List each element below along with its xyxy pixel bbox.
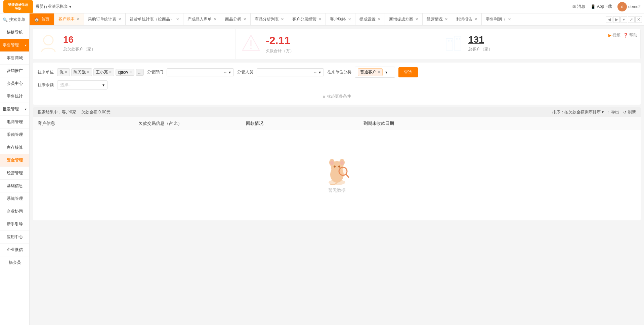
balance-dropdown[interactable]: 选择... ▾ [57, 80, 108, 89]
workspace-selector[interactable]: 母婴行业演示帐套 ▾ [36, 4, 71, 9]
video-btn[interactable]: ▶ 视频 [608, 32, 620, 38]
sidebar-item-member-center[interactable]: 会员中心 [0, 77, 29, 90]
tab-commission[interactable]: 提成设置 ✕ [355, 13, 385, 26]
tag-close-normal[interactable]: ✕ [377, 70, 380, 74]
unit-filter-tags: 仇 ✕ 陈民强 ✕ 王小亮 ✕ cjttcw ✕ [57, 68, 144, 76]
tab-retail-profit[interactable]: 零售利润（ ✕ [482, 13, 515, 26]
sidebar-item-wholesale-mgmt[interactable]: 批发管理 ▾ [0, 103, 29, 116]
stats-row: 16 总欠款客户（家） -2.11 欠款合 [33, 29, 641, 59]
tab-close-btn[interactable]: ✕ [118, 17, 121, 22]
tag-close-cjttcw[interactable]: ✕ [129, 70, 132, 74]
tab-close-btn[interactable]: ✕ [243, 17, 246, 22]
search-button[interactable]: 查询 [398, 67, 418, 77]
sidebar-item-quick-nav[interactable]: 快捷导航 [0, 26, 29, 39]
tab-next-btn[interactable]: ▶ [613, 16, 620, 23]
sidebar-item-label: 零售商城 [7, 56, 23, 60]
help-label: 帮助 [629, 32, 637, 38]
chevron-down-icon: ▾ [229, 70, 231, 75]
tab-product-analysis[interactable]: 商品分析 ✕ [221, 13, 251, 26]
tab-close-btn[interactable]: ✕ [214, 17, 217, 22]
person-dropdown[interactable]: ··· ▾ [257, 68, 324, 76]
tab-label: 新增提成方案 [389, 16, 413, 22]
tab-inbound-stats[interactable]: 进货单统计表（按商品） ✕ [126, 13, 183, 26]
tab-expand-btn[interactable]: ⤢ [628, 16, 635, 23]
tab-close-btn[interactable]: ✕ [77, 17, 80, 21]
help-btn[interactable]: ❓ 帮助 [623, 32, 637, 38]
tab-customer-accounts[interactable]: 客户账本 ✕ [54, 13, 84, 26]
tab-production[interactable]: 产成品入库单 ✕ [183, 13, 221, 26]
tab-prev-btn[interactable]: ◀ [606, 16, 612, 23]
sort-label: 排序：按欠款金额倒序排序 ▾ [552, 109, 604, 115]
sidebar-item-label: 企业协同 [7, 209, 23, 214]
tab-new-commission[interactable]: 新增提成方案 ✕ [385, 13, 423, 26]
collapse-btn[interactable]: ∧ 收起更多条件 [321, 92, 352, 101]
sidebar-item-ecommerce[interactable]: 电商管理 [0, 116, 29, 129]
sidebar-item-label: 电商管理 [7, 119, 23, 124]
sidebar-item-app-center[interactable]: 应用中心 [0, 231, 29, 244]
chevron-down-icon: ▾ [69, 4, 71, 9]
sidebar-item-label: 资金管理 [7, 158, 23, 162]
tab-close-btn[interactable]: ✕ [281, 17, 284, 22]
person-more-icon: ··· [314, 70, 317, 75]
more-tags-btn[interactable]: ... [136, 69, 144, 76]
unit-category-label: 往来单位分类 [327, 69, 351, 75]
tab-customer-contact[interactable]: 客户联络 ✕ [326, 13, 355, 26]
app-download-btn[interactable]: 📱 App下载 [591, 4, 612, 9]
tab-home[interactable]: 🏠 首页 [30, 13, 54, 26]
tab-close-btn[interactable]: ✕ [348, 17, 351, 22]
tab-label: 客户分层经营 [292, 16, 316, 22]
tab-label: 产成品入库单 [187, 16, 212, 22]
tab-close-btn[interactable]: ✕ [474, 17, 477, 22]
sidebar-item-purchase[interactable]: 采购管理 [0, 129, 29, 141]
main-layout: 🔍 搜索菜单 快捷导航 零售管理 ▾ 零售商城 营销推广 会员中心 零售统计 批… [0, 13, 644, 325]
svg-point-0 [44, 36, 53, 45]
sidebar-item-pro-member[interactable]: 畅会员 [0, 256, 29, 269]
tab-close-btn[interactable]: ✕ [445, 17, 448, 22]
sidebar-search[interactable]: 🔍 搜索菜单 [0, 13, 29, 26]
message-btn[interactable]: ✉ 消息 [572, 4, 585, 9]
dept-dropdown[interactable]: ··· ▾ [167, 68, 234, 76]
dept-filter-label: 分管部门 [147, 69, 163, 75]
sidebar-item-marketing[interactable]: 营销推广 [0, 65, 29, 77]
sidebar-item-retail-mgmt[interactable]: 零售管理 ▾ [0, 39, 29, 52]
sort-chevron-icon: ▾ [602, 110, 604, 114]
svg-point-16 [340, 160, 344, 165]
sidebar-item-new-guide[interactable]: 新手引导 [0, 218, 29, 231]
tab-close-btn[interactable]: ✕ [378, 17, 381, 22]
tab-product-analysis-list[interactable]: 商品分析列表 ✕ [251, 13, 288, 26]
app-download-label: App下载 [597, 4, 612, 9]
sidebar-item-system[interactable]: 系统管理 [0, 192, 29, 205]
tab-close-btn[interactable]: ✕ [318, 17, 321, 22]
tag-close-wang[interactable]: ✕ [109, 70, 112, 74]
refresh-btn[interactable]: ↺ 刷新 [623, 109, 636, 115]
sidebar-item-basic-info[interactable]: 基础信息 [0, 180, 29, 192]
sidebar-item-inventory[interactable]: 库存核算 [0, 141, 29, 154]
tab-close-btn[interactable]: ✕ [415, 17, 418, 22]
sidebar-item-enterprise[interactable]: 企业协同 [0, 205, 29, 218]
sidebar-item-operations[interactable]: 经营管理 [0, 167, 29, 180]
unit-category-dropdown[interactable]: 普通客户 ✕ ▾ [355, 67, 395, 78]
export-btn[interactable]: ↑ 导出 [608, 109, 619, 115]
tab-profit-report[interactable]: 利润报告 ✕ [452, 13, 482, 26]
tab-close-btn[interactable]: ✕ [176, 17, 179, 22]
col-header-debt: 欠款交易信息（占比） [134, 117, 241, 130]
sidebar-item-retail-stats[interactable]: 零售统计 [0, 90, 29, 103]
tag-close-chen[interactable]: ✕ [87, 70, 90, 74]
sidebar-item-retail-mall[interactable]: 零售商城 [0, 52, 29, 65]
sidebar-item-enterprise-wechat[interactable]: 企业微信 [0, 244, 29, 256]
empty-state-icon [322, 157, 352, 187]
tab-close-btn[interactable]: ✕ [508, 17, 511, 22]
stat-bg-icon-debt [241, 34, 261, 54]
tag-close-qiu[interactable]: ✕ [65, 70, 68, 74]
logo-sub: 标版 [8, 7, 28, 10]
user-profile[interactable]: d demo2 [617, 2, 641, 11]
tab-menu-btn[interactable]: ▾ [620, 16, 627, 23]
tab-close-all-btn[interactable]: ✕ [635, 16, 642, 23]
sidebar-item-label: 基础信息 [7, 183, 23, 188]
results-debt-amount: 欠款金额 0.00元 [81, 110, 111, 114]
sidebar-item-capital[interactable]: 资金管理 [0, 154, 29, 167]
chevron-icon: ▾ [25, 107, 27, 111]
tab-purchase-order[interactable]: 采购订单统计表 ✕ [84, 13, 126, 26]
tab-operations[interactable]: 经营情况 ✕ [423, 13, 452, 26]
tab-customer-segment[interactable]: 客户分层经营 ✕ [288, 13, 326, 26]
